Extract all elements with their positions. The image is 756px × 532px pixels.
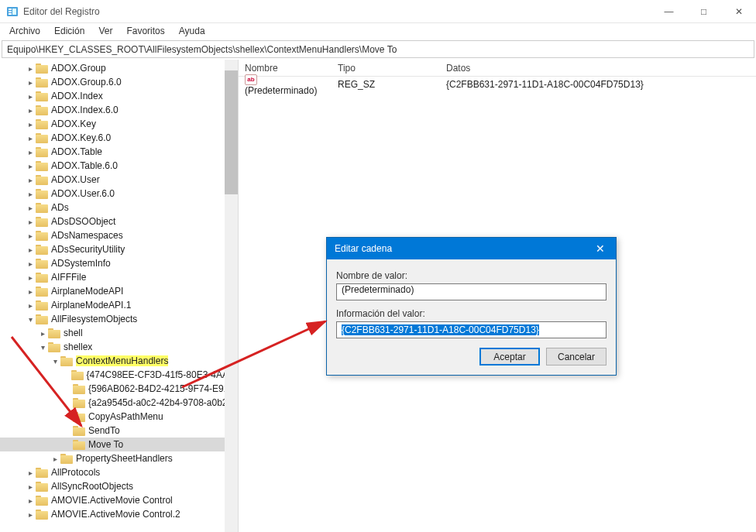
col-header-type[interactable]: Tipo [332, 63, 440, 74]
chevron-right-icon[interactable]: ▸ [25, 204, 36, 212]
svg-rect-4 [12, 9, 16, 15]
tree-item-label: {a2a9545d-a0c2-42b4-9708-a0b2 [88, 397, 228, 408]
folder-icon [36, 258, 48, 269]
chevron-right-icon[interactable]: ▸ [25, 245, 36, 254]
chevron-right-icon[interactable]: ▸ [25, 273, 36, 282]
ok-button[interactable]: Aceptar [479, 348, 540, 366]
list-row[interactable]: ab(Predeterminado) REG_SZ {C2FBB631-2971… [239, 77, 756, 92]
chevron-right-icon[interactable]: ▸ [25, 496, 36, 505]
tree-item[interactable]: ▸ADs [0, 201, 238, 215]
value-data-input[interactable]: {C2FBB631-2971-11D1-A18C-00C04FD75D13} [336, 321, 607, 338]
tree-item[interactable]: ▸AllSyncRootObjects [0, 479, 238, 493]
tree-item[interactable]: ▾ContextMenuHandlers [0, 354, 238, 368]
chevron-right-icon[interactable]: ▸ [25, 259, 36, 268]
chevron-right-icon[interactable]: ▸ [25, 162, 36, 170]
menu-favoritos[interactable]: Favoritos [120, 24, 170, 38]
address-bar[interactable]: Equipo\HKEY_CLASSES_ROOT\AllFilesystemOb… [2, 40, 754, 58]
tree-item[interactable]: ▾AllFilesystemObjects [0, 312, 238, 326]
chevron-right-icon[interactable]: ▸ [25, 482, 36, 491]
chevron-down-icon[interactable]: ▾ [50, 357, 60, 366]
tree-item[interactable]: ▸AMOVIE.ActiveMovie Control [0, 493, 238, 507]
chevron-right-icon[interactable]: ▸ [37, 329, 48, 338]
folder-icon [36, 188, 48, 199]
chevron-right-icon[interactable]: ▸ [25, 301, 36, 310]
tree-item[interactable]: ▸AIFFFile [0, 270, 238, 284]
value-name-input[interactable]: (Predeterminado) [336, 283, 607, 300]
tree-item-label: shellex [64, 342, 92, 352]
chevron-right-icon[interactable]: ▸ [25, 134, 36, 142]
value-name-text: (Predeterminado) [342, 284, 414, 295]
dialog-titlebar[interactable]: Editar cadena ✕ [327, 238, 616, 259]
maximize-button[interactable]: □ [686, 0, 721, 22]
window-controls: — □ ✕ [651, 0, 756, 22]
tree-item[interactable]: ▸ADOX.User [0, 173, 238, 187]
chevron-right-icon[interactable]: ▸ [25, 176, 36, 184]
col-header-name[interactable]: Nombre [239, 63, 332, 74]
chevron-right-icon[interactable]: ▸ [25, 287, 36, 296]
chevron-down-icon[interactable]: ▾ [37, 343, 48, 352]
cancel-button[interactable]: Cancelar [546, 348, 607, 366]
chevron-right-icon[interactable]: ▸ [50, 455, 60, 463]
tree-item[interactable]: SendTo [0, 424, 238, 438]
dialog-close-button[interactable]: ✕ [585, 238, 616, 259]
chevron-right-icon[interactable]: ▸ [25, 218, 36, 226]
tree-item-label: ADOX.Key.6.0 [51, 132, 111, 143]
chevron-right-icon[interactable]: ▸ [25, 106, 36, 115]
chevron-down-icon[interactable]: ▾ [25, 315, 36, 324]
tree-item[interactable]: ▸ADsSecurityUtility [0, 242, 238, 256]
tree-item[interactable]: ▸ADOX.Key.6.0 [0, 131, 238, 145]
tree-item[interactable]: ▸shell [0, 326, 238, 340]
tree-item-label: ADOX.Group.6.0 [51, 77, 122, 88]
tree-item[interactable]: ▸ADOX.Group.6.0 [0, 75, 238, 89]
tree-item-label: AMOVIE.ActiveMovie Control.2 [51, 509, 180, 520]
chevron-right-icon[interactable]: ▸ [25, 92, 36, 101]
menu-ayuda[interactable]: Ayuda [173, 24, 211, 38]
folder-icon [36, 160, 48, 171]
tree-item[interactable]: {a2a9545d-a0c2-42b4-9708-a0b2 [0, 396, 238, 410]
tree-item-label: AIFFFile [51, 272, 86, 283]
chevron-right-icon[interactable]: ▸ [25, 120, 36, 129]
tree-item[interactable]: ▸ADOX.Key [0, 117, 238, 131]
tree-item[interactable]: ▸ADOX.Table [0, 145, 238, 159]
tree-item-label: ADOX.Group [51, 63, 106, 74]
chevron-right-icon[interactable]: ▸ [25, 232, 36, 240]
tree-item[interactable]: ▸AirplaneModeAPI.1 [0, 298, 238, 312]
tree-item[interactable]: ▸PropertySheetHandlers [0, 451, 238, 465]
tree-scrollbar[interactable] [225, 60, 238, 532]
tree-item[interactable]: {596AB062-B4D2-4215-9F74-E910 [0, 382, 238, 396]
folder-icon [36, 481, 48, 492]
chevron-right-icon[interactable]: ▸ [25, 190, 36, 198]
menu-edicion[interactable]: Edición [48, 24, 91, 38]
tree-item[interactable]: ▸ADOX.Index [0, 89, 238, 103]
tree-item[interactable]: Move To [0, 438, 238, 451]
tree-item-label: ADOX.User [51, 174, 100, 185]
tree[interactable]: ▸ADOX.Group▸ADOX.Group.6.0▸ADOX.Index▸AD… [0, 60, 238, 523]
minimize-button[interactable]: — [651, 0, 686, 22]
chevron-right-icon[interactable]: ▸ [25, 510, 36, 519]
tree-item[interactable]: ▸ADSystemInfo [0, 256, 238, 270]
col-header-data[interactable]: Datos [440, 63, 756, 74]
menu-archivo[interactable]: Archivo [3, 24, 46, 38]
chevron-right-icon[interactable]: ▸ [25, 64, 36, 73]
chevron-right-icon[interactable]: ▸ [25, 148, 36, 156]
close-button[interactable]: ✕ [721, 0, 756, 22]
chevron-right-icon[interactable]: ▸ [25, 469, 36, 477]
tree-item[interactable]: {474C98EE-CF3D-41f5-80E3-4AAE [0, 368, 238, 382]
chevron-right-icon[interactable]: ▸ [25, 78, 36, 87]
tree-item-label: SendTo [88, 425, 120, 436]
tree-item[interactable]: ▸ADOX.Index.6.0 [0, 103, 238, 117]
tree-item[interactable]: ▸ADOX.User.6.0 [0, 187, 238, 201]
tree-item[interactable]: ▾shellex [0, 340, 238, 354]
menu-ver[interactable]: Ver [92, 24, 119, 38]
tree-item[interactable]: ▸ADOX.Table.6.0 [0, 159, 238, 173]
scrollbar-thumb[interactable] [225, 70, 238, 194]
tree-item[interactable]: ▸ADsDSOObject [0, 215, 238, 228]
cell-data: {C2FBB631-2971-11D1-A18C-00C04FD75D13} [440, 79, 756, 90]
folder-icon [73, 439, 85, 450]
tree-item[interactable]: ▸AirplaneModeAPI [0, 284, 238, 298]
tree-item[interactable]: CopyAsPathMenu [0, 410, 238, 424]
tree-item[interactable]: ▸ADOX.Group [0, 61, 238, 75]
tree-item[interactable]: ▸AMOVIE.ActiveMovie Control.2 [0, 507, 238, 521]
tree-item[interactable]: ▸ADsNamespaces [0, 228, 238, 242]
tree-item[interactable]: ▸AllProtocols [0, 465, 238, 479]
